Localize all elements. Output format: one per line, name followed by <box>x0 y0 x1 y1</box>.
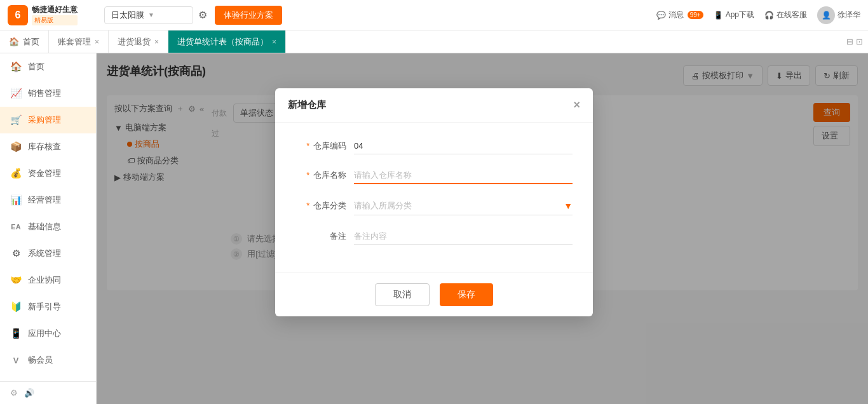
logo-text: 畅捷通好生意 精易版 <box>32 4 78 25</box>
tab-account-label: 账套管理 <box>58 36 91 48</box>
category-label: * 仓库分类 <box>295 200 346 212</box>
username-label: 徐泽华 <box>837 10 860 20</box>
sidebar: 🏠 首页 📈 销售管理 🛒 采购管理 📦 库存核查 💰 资金管理 📊 经营管理 … <box>0 53 97 404</box>
form-row-note: 备注 <box>295 228 573 245</box>
warehouse-note-input[interactable] <box>354 228 573 245</box>
dialog-body: * 仓库编码 * 仓库名称 <box>275 123 593 273</box>
app-icon: 📱 <box>714 11 723 20</box>
tab-right-controls: ⊟ ⊡ <box>846 37 868 46</box>
sidebar-item-system[interactable]: ⚙ 系统管理 <box>0 240 96 267</box>
store-name: 日太阳膜 <box>111 10 144 21</box>
sidebar-item-guide[interactable]: 🔰 新手引导 <box>0 293 96 320</box>
tab-purchase-return-label: 进货退货 <box>118 36 151 48</box>
form-row-name: * 仓库名称 <box>295 167 573 184</box>
required-star-code: * <box>306 141 309 151</box>
tab-purchase-stats[interactable]: 进货单统计表（按商品） × <box>168 30 286 53</box>
name-label: * 仓库名称 <box>295 170 346 181</box>
settings-icon[interactable]: ⚙ <box>198 9 207 21</box>
category-label-text: 仓库分类 <box>313 201 346 210</box>
sidebar-settings-icon[interactable]: ⚙ <box>10 388 18 398</box>
sidebar-item-app-center[interactable]: 📱 应用中心 <box>0 320 96 347</box>
category-placeholder: 请输入所属分类 <box>354 200 412 212</box>
sidebar-item-member[interactable]: V 畅会员 <box>0 347 96 374</box>
message-item[interactable]: 💬 消息 99+ <box>656 10 703 20</box>
online-service-label: 在线客服 <box>776 10 807 20</box>
sidebar-label-inventory: 库存核查 <box>28 141 61 152</box>
home-icon: 🏠 <box>10 61 22 72</box>
experience-button[interactable]: 体验行业方案 <box>215 6 282 25</box>
operations-icon: 📊 <box>10 194 22 206</box>
sidebar-item-inventory[interactable]: 📦 库存核查 <box>0 133 96 160</box>
dialog-title: 新增仓库 <box>288 99 326 111</box>
sidebar-label-enterprise: 企业协同 <box>28 274 61 286</box>
sidebar-label-sales: 销售管理 <box>28 88 61 99</box>
tab-purchase-stats-close[interactable]: × <box>272 37 276 46</box>
sidebar-label-finance: 资金管理 <box>28 168 61 179</box>
top-header: 6 畅捷通好生意 精易版 日太阳膜 ▼ ⚙ 体验行业方案 💬 消息 99+ 📱 … <box>0 0 868 30</box>
tab-account-close[interactable]: × <box>95 37 99 46</box>
app-center-icon: 📱 <box>10 328 22 339</box>
required-star-category: * <box>306 201 309 210</box>
purchase-icon: 🛒 <box>10 114 22 126</box>
dialog-footer: 取消 保存 <box>275 273 593 316</box>
enterprise-icon: 🤝 <box>10 274 22 286</box>
headset-icon: 🎧 <box>764 11 774 20</box>
save-button[interactable]: 保存 <box>440 283 493 306</box>
sidebar-label-app-center: 应用中心 <box>28 328 61 339</box>
tab-home[interactable]: 🏠 首页 <box>0 30 49 53</box>
sidebar-item-finance[interactable]: 💰 资金管理 <box>0 160 96 187</box>
sidebar-item-home[interactable]: 🏠 首页 <box>0 53 96 80</box>
form-row-code: * 仓库编码 <box>295 138 573 154</box>
finance-icon: 💰 <box>10 168 22 179</box>
tab-purchase-return-close[interactable]: × <box>154 37 159 46</box>
sidebar-audio-icon[interactable]: 🔊 <box>24 388 34 398</box>
content-area: 进货单统计(按商品) 🖨 按模板打印 ▼ ⬇ 导出 ↻ 刷新 <box>97 53 868 404</box>
cancel-button[interactable]: 取消 <box>375 283 430 306</box>
required-star-name: * <box>306 170 309 180</box>
sidebar-label-home: 首页 <box>28 61 44 72</box>
tab-expand-icon[interactable]: ⊡ <box>856 37 863 46</box>
sidebar-item-basic-info[interactable]: EA 基础信息 <box>0 213 96 240</box>
store-selector[interactable]: 日太阳膜 ▼ <box>104 6 193 24</box>
message-badge: 99+ <box>688 11 703 19</box>
tab-minimize-icon[interactable]: ⊟ <box>846 37 853 46</box>
tab-home-label: 首页 <box>23 36 39 48</box>
note-label-text: 备注 <box>330 231 346 241</box>
category-dropdown-arrow: ▼ <box>564 201 573 211</box>
sidebar-label-operations: 经营管理 <box>28 194 61 206</box>
sidebar-label-basic-info: 基础信息 <box>28 221 61 232</box>
logo-badge: 精易版 <box>32 15 78 25</box>
warehouse-category-select[interactable]: 请输入所属分类 ▼ <box>354 197 573 215</box>
sidebar-item-operations[interactable]: 📊 经营管理 <box>0 187 96 213</box>
sidebar-item-purchase[interactable]: 🛒 采购管理 <box>0 107 96 133</box>
header-right: 💬 消息 99+ 📱 App下载 🎧 在线客服 👤 徐泽华 <box>656 6 860 24</box>
basic-info-icon: EA <box>10 221 22 232</box>
logo-area: 6 畅捷通好生意 精易版 <box>8 4 104 25</box>
tab-bar: 🏠 首页 账套管理 × 进货退货 × 进货单统计表（按商品） × ⊟ ⊡ <box>0 30 868 53</box>
sidebar-label-system: 系统管理 <box>28 248 61 259</box>
sidebar-label-guide: 新手引导 <box>28 301 61 313</box>
message-label: 消息 <box>668 10 684 20</box>
form-row-category: * 仓库分类 请输入所属分类 ▼ <box>295 197 573 215</box>
warehouse-code-input[interactable] <box>354 138 573 154</box>
online-service-item[interactable]: 🎧 在线客服 <box>764 10 807 20</box>
logo-title: 畅捷通好生意 <box>32 4 78 15</box>
modal-overlay: 新增仓库 × * 仓库编码 * <box>97 53 868 404</box>
sidebar-bottom: ⚙ 🔊 <box>0 381 96 404</box>
inventory-icon: 📦 <box>10 141 22 152</box>
tab-account[interactable]: 账套管理 × <box>49 30 109 53</box>
note-label: 备注 <box>295 231 346 242</box>
sidebar-item-sales[interactable]: 📈 销售管理 <box>0 80 96 107</box>
tab-purchase-return[interactable]: 进货退货 × <box>109 30 168 53</box>
app-download-item[interactable]: 📱 App下载 <box>714 10 754 20</box>
sidebar-label-member: 畅会员 <box>28 354 53 366</box>
message-icon: 💬 <box>656 11 666 20</box>
main-layout: 🏠 首页 📈 销售管理 🛒 采购管理 📦 库存核查 💰 资金管理 📊 经营管理 … <box>0 53 868 404</box>
dialog-close-button[interactable]: × <box>573 98 580 112</box>
user-item[interactable]: 👤 徐泽华 <box>817 6 860 24</box>
avatar: 👤 <box>817 6 835 24</box>
sidebar-item-enterprise[interactable]: 🤝 企业协同 <box>0 267 96 293</box>
member-icon: V <box>10 354 22 366</box>
warehouse-name-input[interactable] <box>354 167 573 184</box>
logo-icon: 6 <box>8 5 28 25</box>
